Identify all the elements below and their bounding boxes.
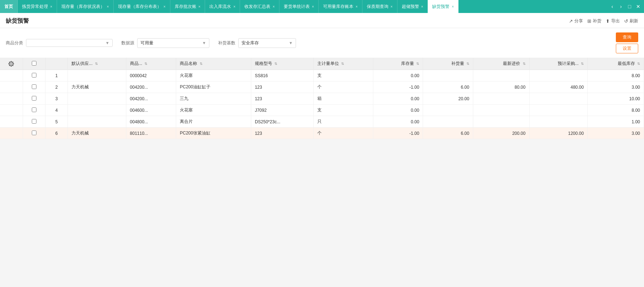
row-goods-code-1: 0000042 <box>126 70 176 81</box>
header-estimated[interactable]: 预计采购... ⇅ <box>529 58 588 70</box>
supplier-sort-icon: ⇅ <box>95 62 98 66</box>
tab-order-stat[interactable]: 要货单统计表× <box>279 0 319 13</box>
tab-close-icon-recv-pay[interactable]: × <box>273 5 275 9</box>
row-no-6: 6 <box>45 128 68 139</box>
header-no <box>45 58 68 70</box>
tab-overstock[interactable]: 超储预警× <box>397 0 428 13</box>
tab-close-icon-shortage[interactable]: × <box>452 5 454 9</box>
tab-batch[interactable]: 库存批次账× <box>170 0 205 13</box>
tab-label-exception: 拣货异常处理 <box>22 4 48 10</box>
tab-close-icon-batch[interactable]: × <box>199 5 201 9</box>
tab-exception[interactable]: 拣货异常处理× <box>18 0 57 13</box>
category-select[interactable]: ▼ <box>26 39 113 47</box>
tab-inout-flow[interactable]: 出入库流水× <box>205 0 240 13</box>
tab-close-icon-order-stat[interactable]: × <box>312 5 314 9</box>
tab-close-button[interactable]: ✕ <box>634 2 643 11</box>
header-goods-code[interactable]: 商品... ⇅ <box>126 58 176 70</box>
row-checkbox-6[interactable] <box>32 131 36 135</box>
tab-close-icon-exception[interactable]: × <box>50 5 52 9</box>
row-spec-6: 123 <box>251 128 313 139</box>
tab-stock-dist[interactable]: 现存量（库存分布表）× <box>114 0 170 13</box>
row-goods-code-3: 004200... <box>126 93 176 105</box>
tab-close-icon-overstock[interactable]: × <box>421 5 423 9</box>
export-button[interactable]: ⬆ 导出 <box>606 18 620 24</box>
header-min-stock[interactable]: 最低库存 ⇅ <box>588 58 644 70</box>
tab-restore-button[interactable]: □ <box>625 2 634 11</box>
row-checkbox-cell-4 <box>23 105 45 116</box>
row-stock-1: 0.00 <box>373 70 423 81</box>
page-header: 缺货预警 ↗ 分享 ⊞ 补货 ⬆ 导出 ↺ 刷新 <box>0 13 644 28</box>
goods-name-sort-icon: ⇅ <box>200 62 203 66</box>
table-body: 10000042火花塞SS816支0.008.002力天机械004200...P… <box>0 70 644 139</box>
action-buttons: 查询 设置 <box>616 32 638 53</box>
tab-prev-button[interactable]: ‹ <box>608 2 617 11</box>
tab-available-ledger[interactable]: 可用量库存账本× <box>319 0 362 13</box>
header-latest-price[interactable]: 最新进价 ⇅ <box>473 58 529 70</box>
tab-close-icon-stock-status[interactable]: × <box>107 5 109 9</box>
header-latest-price-label: 最新进价 <box>503 61 520 66</box>
row-checkbox-5[interactable] <box>32 119 36 124</box>
row-unit-3: 箱 <box>313 93 373 105</box>
tab-stock-status[interactable]: 现存量（库存状况表）× <box>57 0 114 13</box>
tab-close-icon-stock-dist[interactable]: × <box>164 5 166 9</box>
header-goods-name-label: 商品名称 <box>180 61 197 66</box>
tab-home[interactable]: 首页 <box>0 0 18 13</box>
row-latest-price-3 <box>473 93 529 105</box>
replenish-base-label: 补货基数 <box>218 40 235 46</box>
row-checkbox-cell-1 <box>23 70 45 81</box>
row-supplier-2: 力天机械 <box>68 81 126 93</box>
row-checkbox-3[interactable] <box>32 96 36 101</box>
header-checkbox[interactable] <box>23 58 45 70</box>
tab-expiry[interactable]: 保质期查询× <box>362 0 397 13</box>
header-gear[interactable] <box>0 58 23 70</box>
row-stock-4: 0.00 <box>373 105 423 116</box>
stock-sort-icon: ⇅ <box>416 62 419 66</box>
row-estimated-4 <box>529 105 588 116</box>
select-all-checkbox[interactable] <box>32 61 36 66</box>
header-unit[interactable]: 主计量单位 ⇅ <box>313 58 373 70</box>
header-supplier-label: 默认供应... <box>71 61 92 66</box>
row-checkbox-1[interactable] <box>32 73 36 78</box>
share-button[interactable]: ↗ 分享 <box>569 18 583 24</box>
row-goods-name-3: 三九 <box>176 93 251 105</box>
replenish-button[interactable]: ⊞ 补货 <box>587 18 601 24</box>
tab-close-icon-inout-flow[interactable]: × <box>233 5 235 9</box>
tab-close-icon-expiry[interactable]: × <box>391 5 393 9</box>
min-stock-sort-icon: ⇅ <box>637 62 640 66</box>
header-supplier[interactable]: 默认供应... ⇅ <box>68 58 126 70</box>
row-min-stock-4: 8.00 <box>588 105 644 116</box>
row-latest-price-4 <box>473 105 529 116</box>
spec-sort-icon: ⇅ <box>274 62 277 66</box>
unit-sort-icon: ⇅ <box>341 62 344 66</box>
category-label: 商品分类 <box>6 40 23 46</box>
replenish-base-select[interactable]: 安全库存 ▼ <box>238 38 296 48</box>
refresh-button[interactable]: ↺ 刷新 <box>624 18 638 24</box>
refresh-icon: ↺ <box>624 18 628 24</box>
row-goods-name-6: PC200张紧油缸 <box>176 128 251 139</box>
header-replenish[interactable]: 补货量 ⇅ <box>423 58 473 70</box>
datasource-filter-group: 数据源 可用量 ▼ <box>121 38 209 48</box>
header-goods-name[interactable]: 商品名称 ⇅ <box>176 58 251 70</box>
tab-recv-pay[interactable]: 收发存汇总表× <box>240 0 279 13</box>
datasource-select[interactable]: 可用量 ▼ <box>137 38 209 48</box>
query-button[interactable]: 查询 <box>616 32 638 42</box>
header-stock[interactable]: 库存量 ⇅ <box>373 58 423 70</box>
estimated-sort-icon: ⇅ <box>581 62 584 66</box>
row-checkbox-4[interactable] <box>32 107 36 112</box>
settings-button[interactable]: 设置 <box>616 44 638 53</box>
row-unit-4: 支 <box>313 105 373 116</box>
tab-close-icon-available-ledger[interactable]: × <box>356 5 358 9</box>
row-latest-price-5 <box>473 116 529 128</box>
row-no-5: 5 <box>45 116 68 128</box>
tab-shortage[interactable]: 缺货预警× <box>428 0 458 13</box>
row-no-1: 1 <box>45 70 68 81</box>
row-gear-4 <box>0 105 23 116</box>
row-no-3: 3 <box>45 93 68 105</box>
tab-label-batch: 库存批次账 <box>175 4 196 10</box>
row-checkbox-2[interactable] <box>32 84 36 89</box>
header-spec[interactable]: 规格型号 ⇅ <box>251 58 313 70</box>
table-container: 默认供应... ⇅ 商品... ⇅ 商品名称 ⇅ 规格型号 ⇅ <box>0 58 644 139</box>
tab-next-button[interactable]: › <box>617 2 625 11</box>
row-spec-3: 123 <box>251 93 313 105</box>
share-icon: ↗ <box>569 18 573 24</box>
